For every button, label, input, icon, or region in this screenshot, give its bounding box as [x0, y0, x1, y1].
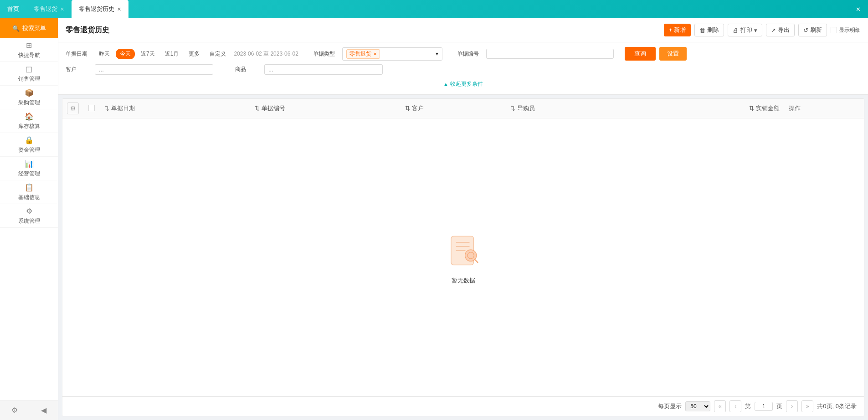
export-icon: ↗	[771, 27, 776, 34]
basic-info-icon: 📋	[25, 183, 34, 192]
tab-retail-return[interactable]: 零售退货 ✕	[26, 0, 72, 18]
date-btn-7days[interactable]: 近7天	[137, 49, 159, 59]
th-date: ⇅ 单据日期	[100, 99, 250, 118]
date-btn-1month[interactable]: 近1月	[161, 49, 183, 59]
query-button[interactable]: 查询	[625, 47, 656, 61]
show-detail-label: 显示明细	[839, 26, 861, 34]
sidebar-item-capital-label: 资金管理	[18, 146, 40, 154]
delete-icon: 🗑	[699, 27, 705, 34]
sidebar-item-sales-mgmt[interactable]: ◫ 销售管理	[0, 62, 58, 86]
print-button[interactable]: 🖨 打印 ▾	[728, 24, 762, 36]
th-amount: ⇅ 实销金额	[634, 99, 784, 118]
column-settings-btn[interactable]: ⚙	[67, 102, 79, 114]
type-tag-close[interactable]: ✕	[373, 51, 377, 56]
collapse-btn[interactable]: ▲ 收起更多条件	[438, 78, 489, 90]
print-arrow-icon: ▾	[754, 27, 757, 34]
last-page-btn[interactable]: »	[801, 400, 813, 412]
th-actions-label: 操作	[789, 105, 801, 112]
sidebar-settings-btn[interactable]: ⚙	[11, 406, 18, 415]
export-label: 导出	[778, 26, 790, 34]
sidebar-item-purchase-mgmt[interactable]: 📦 采购管理	[0, 86, 58, 109]
purchase-icon: 📦	[25, 88, 34, 97]
sidebar-item-system-mgmt[interactable]: ⚙ 系统管理	[0, 204, 58, 228]
inventory-icon: 🏠	[25, 112, 34, 121]
empty-text: 暂无数据	[452, 277, 475, 285]
customer-select[interactable]: ...	[95, 64, 213, 75]
per-page-select[interactable]: 50 100 200	[685, 401, 710, 411]
main-content: 零售退货历史 + 新增 🗑 删除 🖨 打印 ▾ ↗ 导出 ↺	[58, 18, 868, 420]
delete-button[interactable]: 🗑 删除	[694, 24, 724, 36]
capital-icon: 🔒	[25, 136, 34, 144]
collapse-label: 收起更多条件	[450, 80, 483, 88]
tab-retail-return-history-close[interactable]: ✕	[117, 6, 121, 12]
th-customer: ⇅ 客户	[401, 99, 506, 118]
settings-filter-button[interactable]: 设置	[659, 47, 687, 61]
sidebar-item-sales-label: 销售管理	[18, 75, 40, 83]
tab-home[interactable]: 首页	[0, 0, 26, 18]
type-tag: 零售退货 ✕	[346, 49, 380, 59]
th-checkbox	[83, 99, 100, 118]
sales-mgmt-icon: ◫	[26, 65, 32, 73]
sidebar-item-quick-nav[interactable]: ⊞ 快捷导航	[0, 38, 58, 62]
empty-icon	[443, 230, 484, 271]
table-wrapper: ⚙ ⇅ 单据日期 ⇅ 单据编号	[62, 98, 864, 416]
sidebar-item-basic-info[interactable]: 📋 基础信息	[0, 180, 58, 204]
main-table: ⚙ ⇅ 单据日期 ⇅ 单据编号	[62, 99, 864, 118]
th-actions: 操作	[784, 99, 864, 118]
date-btn-yesterday[interactable]: 昨天	[95, 49, 114, 59]
date-btn-today[interactable]: 今天	[116, 49, 135, 59]
next-page-btn[interactable]: ›	[786, 400, 798, 412]
sidebar-item-purchase-label: 采购管理	[18, 99, 40, 107]
goods-select[interactable]: ...	[264, 64, 383, 75]
sidebar-collapse-btn[interactable]: ◀	[41, 406, 46, 415]
th-number-label: ⇅ 单据编号	[255, 105, 285, 112]
collapse-icon: ▲	[443, 81, 449, 87]
page-summary: 共0页, 0条记录	[817, 402, 857, 410]
type-select[interactable]: 零售退货 ✕ ▾	[342, 47, 442, 61]
tab-retail-return-label: 零售退货	[34, 5, 57, 13]
select-all-checkbox[interactable]	[88, 105, 95, 111]
refresh-button[interactable]: ↺ 刷新	[798, 24, 827, 36]
first-page-btn[interactable]: «	[714, 400, 726, 412]
sidebar-search[interactable]: 🔍 搜索菜单	[0, 18, 58, 38]
page-header: 零售退货历史 + 新增 🗑 删除 🖨 打印 ▾ ↗ 导出 ↺	[58, 18, 868, 42]
add-button[interactable]: + 新增	[664, 24, 691, 36]
date-btn-custom[interactable]: 自定义	[205, 49, 230, 59]
customer-ellipsis: ...	[99, 66, 104, 73]
sidebar-item-quick-nav-label: 快捷导航	[18, 51, 40, 59]
type-tag-text: 零售退货	[349, 50, 371, 58]
type-filter-label: 单据类型	[313, 50, 339, 58]
search-icon: 🔍	[12, 25, 20, 32]
tab-list: 首页 零售退货 ✕ 零售退货历史 ✕	[0, 0, 856, 18]
date-range-display: 2023-06-02 至 2023-06-02	[234, 50, 298, 58]
pagination-bar: 每页显示 50 100 200 « ‹ 第 页 › » 共0页, 0条记录	[62, 396, 864, 416]
page-actions: + 新增 🗑 删除 🖨 打印 ▾ ↗ 导出 ↺ 刷新	[664, 24, 861, 42]
top-bar: 首页 零售退货 ✕ 零售退货历史 ✕ ✕	[0, 0, 868, 18]
prev-page-btn[interactable]: ‹	[729, 400, 741, 412]
window-close-btn[interactable]: ✕	[856, 6, 868, 13]
sidebar-item-inventory-label: 库存核算	[18, 123, 40, 130]
tab-retail-return-history-label: 零售退货历史	[79, 5, 114, 13]
export-button[interactable]: ↗ 导出	[766, 24, 795, 36]
page-number-input[interactable]	[755, 402, 773, 411]
sidebar-item-inventory[interactable]: 🏠 库存核算	[0, 109, 58, 133]
date-btn-group: 昨天 今天 近7天 近1月 更多 自定义	[95, 49, 230, 59]
th-amount-label: ⇅ 实销金额	[749, 105, 780, 112]
sidebar-item-capital[interactable]: 🔒 资金管理	[0, 133, 58, 157]
th-customer-label: ⇅ 客户	[405, 105, 424, 112]
number-input[interactable]	[486, 49, 614, 59]
sidebar-search-label: 搜索菜单	[22, 24, 46, 32]
date-btn-more[interactable]: 更多	[185, 49, 204, 59]
tab-retail-return-history[interactable]: 零售退货历史 ✕	[72, 0, 128, 18]
tab-retail-return-close[interactable]: ✕	[60, 6, 64, 12]
svg-line-6	[475, 260, 478, 262]
type-dropdown-icon: ▾	[436, 51, 438, 57]
per-page-label: 每页显示	[658, 402, 682, 410]
show-detail-checkbox[interactable]	[831, 27, 837, 33]
sidebar-item-system-mgmt-label: 系统管理	[18, 217, 40, 225]
th-guide: ⇅ 导购员	[506, 99, 634, 118]
goods-ellipsis: ...	[268, 66, 273, 73]
sidebar-item-operations-label: 经营管理	[18, 170, 40, 178]
sidebar-item-operations[interactable]: 📊 经营管理	[0, 157, 58, 180]
th-number: ⇅ 单据编号	[250, 99, 401, 118]
